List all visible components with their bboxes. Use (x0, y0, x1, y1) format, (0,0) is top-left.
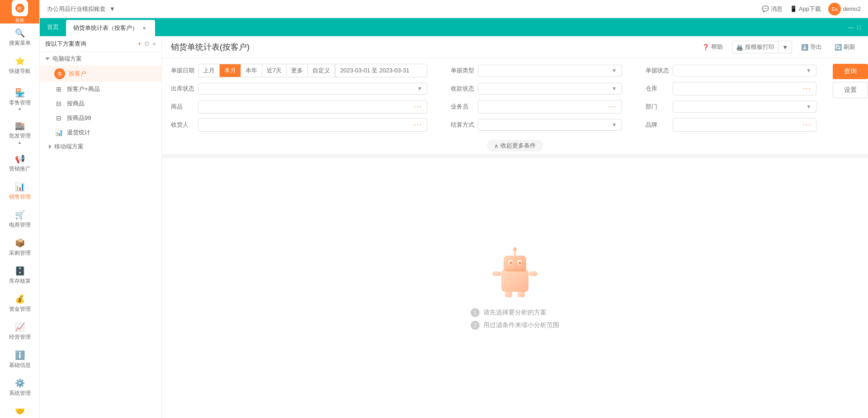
svg-point-9 (513, 247, 517, 251)
scheme-item-return-stats[interactable]: 📊 退货统计 (40, 125, 161, 140)
collapse-up-icon: ∧ (494, 142, 499, 149)
avatar: Ea (828, 3, 841, 15)
warehouse-label: 仓库 (646, 85, 673, 93)
window-min-icon[interactable]: — (848, 24, 854, 31)
help-button[interactable]: ❓ 帮助 (698, 41, 726, 53)
doc-type-input[interactable]: ▼ (478, 65, 622, 76)
refresh-button[interactable]: 🔄 刷新 (831, 41, 859, 53)
app-download-label: App下载 (799, 5, 821, 13)
tab-sales-stats[interactable]: 销货单统计表（按客户） × (66, 20, 155, 36)
query-button[interactable]: 查询 (833, 64, 868, 79)
operations-icon: 📈 (15, 322, 25, 332)
empty-step-1: 1 请先选择要分析的方案 (471, 308, 559, 317)
industry-dropdown[interactable]: ▼ (109, 5, 115, 12)
print-dropdown-button[interactable]: ▼ (778, 42, 792, 52)
settings-button[interactable]: 设置 (833, 82, 868, 98)
collection-status-input[interactable]: ▼ (478, 83, 622, 95)
search-icon: 🔍 (15, 28, 25, 38)
scheme-collapse-button[interactable]: « (152, 40, 156, 48)
date-picker[interactable]: 上月 本月 本年 近7天 更多 自定义 2023-03-01 至 2023-03… (198, 64, 427, 77)
sidebar-item-ecommerce[interactable]: 🛒 电商管理 (0, 205, 40, 233)
date-btn-this-year[interactable]: 本年 (241, 64, 262, 77)
tab-home[interactable]: 首页 (40, 18, 66, 36)
scheme-add-button[interactable]: + (137, 40, 142, 48)
empty-steps: 1 请先选择要分析的方案 2 用过滤条件来缩小分析范围 (471, 308, 559, 330)
sidebar-item-enterprise[interactable]: 🤝 企业协同 (0, 402, 40, 418)
sidebar-item-system[interactable]: ⚙️ 系统管理 (0, 374, 40, 402)
date-btn-this-month[interactable]: 本月 (220, 64, 241, 77)
sidebar-item-search[interactable]: 🔍 搜索菜单 (0, 24, 40, 52)
scheme-by-goods99-label: 按商品99 (67, 114, 91, 122)
department-arrow-icon: ▼ (806, 104, 811, 110)
sidebar-item-operations[interactable]: 📈 经营管理 (0, 318, 40, 346)
sidebar-item-marketing[interactable]: 📢 营销推广 (0, 149, 40, 177)
sidebar-finance-label: 资金管理 (9, 305, 31, 313)
doc-status-input[interactable]: ▼ (673, 65, 816, 76)
sidebar-item-purchase[interactable]: 📦 采购管理 (0, 233, 40, 261)
sidebar-item-inventory[interactable]: 🗄️ 库存核算 (0, 261, 40, 290)
svg-rect-12 (505, 291, 512, 297)
out-status-label: 出库状态 (171, 85, 198, 93)
enterprise-icon: 🤝 (15, 406, 25, 416)
print-icon: 🖨️ (736, 44, 743, 51)
filter-row-3: 商品 ··· 业务员 ··· (171, 100, 816, 114)
doc-type-arrow-icon: ▼ (612, 67, 617, 74)
print-button[interactable]: 🖨️ 按模板打印 (732, 41, 778, 53)
mobile-triangle-icon (49, 144, 52, 149)
scheme-item-by-customer[interactable]: 客 按客户 (40, 66, 161, 82)
print-label: 按模板打印 (745, 43, 774, 51)
sidebar-item-basic[interactable]: ℹ️ 基础信息 (0, 346, 40, 374)
sidebar-item-quicknav[interactable]: ⭐ 快捷导航 (0, 52, 40, 80)
scheme-header-label: 按以下方案查询 (45, 40, 86, 48)
filter-item-collection-status: 收款状态 ▼ (451, 83, 622, 95)
scheme-desktop-title[interactable]: 电脑端方案 (40, 52, 161, 66)
empty-state-icon (488, 247, 542, 301)
scheme-mobile-title[interactable]: 移动端方案 (40, 140, 161, 153)
user-avatar-area[interactable]: Ea demo2 (828, 3, 861, 15)
scheme-group-desktop: 电脑端方案 客 按客户 ⊞ 按客户+商品 ⊟ 按商品 (40, 52, 161, 140)
collapse-button[interactable]: ∧ 收起更多条件 (487, 140, 543, 152)
payment-arrow-icon: ▼ (612, 122, 617, 128)
scheme-item-by-goods99[interactable]: ⊟ 按商品99 (40, 111, 161, 125)
scheme-return-stats-label: 退货统计 (67, 128, 90, 137)
payment-method-input[interactable]: ▼ (478, 119, 622, 131)
filter-row-2: 出库状态 ▼ 收款状态 ▼ (171, 82, 816, 95)
date-btn-7days[interactable]: 近7天 (262, 64, 287, 77)
filter-fields: 单据日期 上月 本月 本年 近7天 更多 自定义 2023-03-01 至 20… (162, 58, 826, 137)
scheme-panel: 按以下方案查询 + ⊙ « 电脑端方案 客 按客户 (40, 36, 162, 418)
warehouse-input[interactable]: ··· (673, 82, 816, 95)
goods-input[interactable]: ··· (198, 100, 427, 114)
sidebar-item-wholesale[interactable]: 🏬 批发管理 ▲ (0, 116, 40, 149)
filter-row-1: 单据日期 上月 本月 本年 近7天 更多 自定义 2023-03-01 至 20… (171, 64, 816, 77)
scheme-settings-button[interactable]: ⊙ (144, 40, 150, 48)
export-label: 导出 (810, 43, 822, 51)
scheme-by-customer-goods-label: 按客户+商品 (67, 85, 100, 93)
action-buttons: 查询 设置 (826, 58, 868, 137)
scheme-item-by-goods[interactable]: ⊟ 按商品 (40, 96, 161, 111)
tab-close-button[interactable]: × (141, 24, 148, 32)
salesperson-input[interactable]: ··· (478, 100, 622, 114)
window-max-icon[interactable]: □ (857, 24, 861, 31)
scheme-item-by-customer-goods[interactable]: ⊞ 按客户+商品 (40, 82, 161, 96)
filter-item-salesperson: 业务员 ··· (451, 100, 622, 114)
sidebar-item-retail[interactable]: 🏪 零售管理 ▼ (0, 83, 40, 116)
brand-dots-icon: ··· (803, 121, 811, 129)
filter-item-doc-status: 单据状态 ▼ (646, 65, 816, 76)
svg-rect-10 (492, 271, 501, 276)
department-input[interactable]: ▼ (673, 101, 816, 113)
message-button[interactable]: 💬 消息 (762, 5, 783, 13)
message-label: 消息 (771, 5, 783, 13)
svg-point-7 (519, 261, 521, 264)
sidebar-item-finance[interactable]: 💰 资金管理 (0, 290, 40, 318)
app-download-button[interactable]: 📱 App下载 (790, 5, 821, 13)
sidebar-item-sales[interactable]: 📊 销售管理 (0, 177, 40, 205)
export-button[interactable]: ⬇️ 导出 (797, 41, 826, 53)
date-btn-custom[interactable]: 自定义 (308, 64, 335, 77)
scheme-header: 按以下方案查询 + ⊙ « (40, 36, 161, 52)
receiver-input[interactable]: ··· (198, 118, 427, 132)
date-btn-more[interactable]: 更多 (287, 64, 308, 77)
filter-item-payment: 结算方式 ▼ (451, 119, 622, 131)
brand-input[interactable]: ··· (673, 118, 816, 132)
out-status-input[interactable]: ▼ (198, 83, 427, 95)
date-btn-prev-month[interactable]: 上月 (198, 64, 220, 77)
